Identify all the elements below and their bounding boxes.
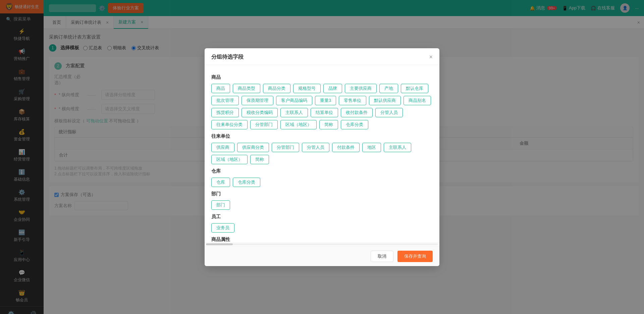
field-tag-goods-13[interactable]: 默认供应商 [369,96,401,105]
field-tag-goods-19[interactable]: 收付款条件 [341,108,373,117]
field-tag-goods-11[interactable]: 重量3 [315,96,336,105]
modal-body: 商品商品商品类型商品分类规格型号品牌主要供应商产地默认仓库批次管理保质期管理客户… [205,65,439,242]
section-title-partners: 往来单位 [211,133,433,139]
section-title-warehouse: 仓库 [211,168,433,174]
section-title-department: 部门 [211,191,433,197]
field-tag-partners-0[interactable]: 供应商 [211,143,234,152]
field-tag-partners-6[interactable]: 主联系人 [384,143,411,152]
field-tag-partners-1[interactable]: 供应商分类 [237,143,269,152]
modal-dialog: 分组待选字段 × 商品商品商品类型商品分类规格型号品牌主要供应商产地默认仓库批次… [205,48,439,266]
field-tag-goods-21[interactable]: 往来单位分类 [211,120,248,129]
field-tag-partners-7[interactable]: 区域（地区） [211,155,248,164]
field-tag-goods-8[interactable]: 批次管理 [211,96,239,105]
field-tag-goods-22[interactable]: 分管部门 [250,120,278,129]
field-tag-goods-7[interactable]: 默认仓库 [401,84,428,93]
field-tag-partners-8[interactable]: 简称 [250,155,269,164]
save-query-button[interactable]: 保存并查询 [397,251,433,262]
section-fields-employee: 业务员 [211,223,433,233]
field-tag-goods-12[interactable]: 零售单位 [339,96,366,105]
field-tag-goods-15[interactable]: 拣货积分 [211,108,239,117]
field-tag-partners-2[interactable]: 分管部门 [272,143,299,152]
field-tag-warehouse-0[interactable]: 仓库 [211,178,230,187]
field-tag-goods-1[interactable]: 商品类型 [233,84,260,93]
modal-header: 分组待选字段 × [205,48,439,65]
section-fields-department: 部门 [211,200,433,210]
field-tag-partners-4[interactable]: 付款条件 [332,143,360,152]
hscroll-thumb[interactable] [206,243,233,245]
cancel-button[interactable]: 取消 [371,251,393,262]
modal-overlay: 分组待选字段 × 商品商品商品类型商品分类规格型号品牌主要供应商产地默认仓库批次… [0,0,644,314]
field-tag-goods-24[interactable]: 简称 [319,120,338,129]
section-title-employee: 员工 [211,214,433,220]
field-tag-goods-0[interactable]: 商品 [211,84,230,93]
field-tag-goods-2[interactable]: 商品分类 [263,84,290,93]
field-tag-goods-10[interactable]: 客户商品编码 [276,96,312,105]
field-tag-goods-4[interactable]: 品牌 [323,84,342,93]
field-tag-goods-9[interactable]: 保质期管理 [241,96,273,105]
section-fields-warehouse: 仓库仓库分类 [211,178,433,187]
field-tag-goods-5[interactable]: 主要供应商 [345,84,377,93]
field-tag-goods-16[interactable]: 税收分类编码 [241,108,278,117]
field-tag-goods-17[interactable]: 主联系人 [280,108,308,117]
modal-title: 分组待选字段 [211,54,244,61]
field-tag-partners-5[interactable]: 地区 [362,143,381,152]
section-fields-goods: 商品商品类型商品分类规格型号品牌主要供应商产地默认仓库批次管理保质期管理客户商品… [211,84,433,129]
section-title-goods: 商品 [211,74,433,80]
modal-footer: 取消 保存并查询 [205,246,439,266]
field-tag-employee-0[interactable]: 业务员 [211,223,234,233]
modal-hscroll [205,242,439,246]
field-tag-goods-3[interactable]: 规格型号 [293,84,321,93]
field-tag-warehouse-1[interactable]: 仓库分类 [233,178,260,187]
field-tag-goods-23[interactable]: 区域（地区） [280,120,317,129]
section-title-product-attr: 商品属性 [211,237,433,242]
field-tag-partners-3[interactable]: 分管人员 [302,143,329,152]
hscroll-track [206,243,438,245]
field-tag-department-0[interactable]: 部门 [211,200,230,210]
field-tag-goods-20[interactable]: 分管人员 [375,108,403,117]
field-tag-goods-14[interactable]: 商品别名 [404,96,431,105]
field-tag-goods-6[interactable]: 产地 [379,84,398,93]
section-fields-partners: 供应商供应商分类分管部门分管人员付款条件地区主联系人区域（地区）简称 [211,143,433,164]
modal-close-btn[interactable]: × [429,54,433,61]
field-tag-goods-18[interactable]: 结算单位 [311,108,338,117]
field-tag-goods-25[interactable]: 仓库分类 [341,120,368,129]
